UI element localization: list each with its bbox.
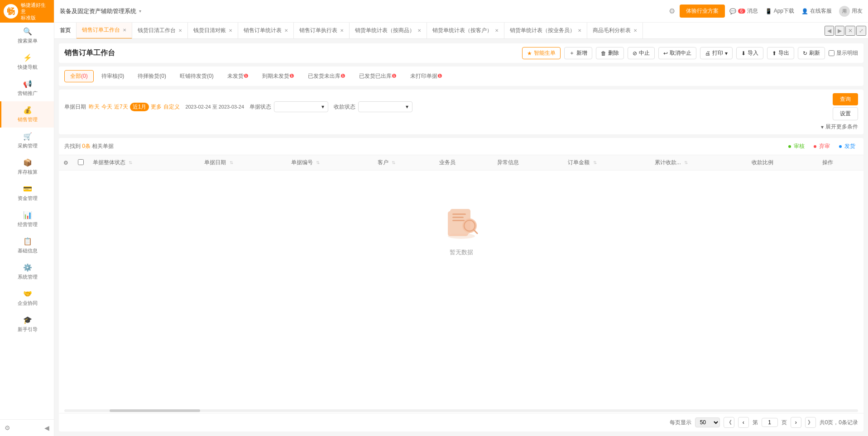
filter-tab-all[interactable]: 全部(0) xyxy=(64,70,94,82)
export-button[interactable]: ⬆ 导出 xyxy=(767,47,794,59)
set-button[interactable]: 设置 xyxy=(833,107,858,120)
sidebar-item-guide[interactable]: 🎓 新手引导 xyxy=(0,311,54,337)
sidebar-item-purchase[interactable]: 🛒 采购管理 xyxy=(0,128,54,154)
horizontal-scrollbar[interactable] xyxy=(64,409,858,413)
col-number[interactable]: 单据编号 ⇅ xyxy=(287,155,373,171)
industry-btn[interactable]: 体验行业方案 xyxy=(680,5,725,18)
select-all-checkbox[interactable] xyxy=(78,159,84,165)
col-checkbox[interactable] xyxy=(73,155,88,171)
system-dropdown-arrow[interactable]: ▾ xyxy=(139,9,141,14)
tab-reconciliation-close[interactable]: ✕ xyxy=(229,28,232,33)
query-button[interactable]: 查询 xyxy=(833,93,858,105)
show-detail-input[interactable] xyxy=(829,50,834,56)
refresh-button[interactable]: ↻ 刷新 xyxy=(798,47,825,59)
stop-button[interactable]: ⊘ 中止 xyxy=(628,47,655,59)
tab-scroll-left[interactable]: ◀ xyxy=(825,26,834,36)
message-group[interactable]: 💬 6 消息 xyxy=(729,7,758,15)
col-abnormal[interactable]: 异常信息 xyxy=(493,155,563,171)
col-status[interactable]: 单据整体状态 ⇅ xyxy=(88,155,200,171)
scroll-thumb[interactable] xyxy=(110,409,200,412)
filter-tab-pending-review[interactable]: 待审核(0) xyxy=(96,70,130,82)
tab-sales-salesman[interactable]: 销货单统计表（按业务员） ✕ xyxy=(504,23,587,39)
col-amount-sort[interactable]: ⇅ xyxy=(593,160,597,165)
tab-sales-product-close[interactable]: ✕ xyxy=(417,28,421,33)
sidebar-item-finance[interactable]: 💳 资金管理 xyxy=(0,180,54,206)
date-custom[interactable]: 自定义 xyxy=(163,103,180,111)
date-more[interactable]: 更多 xyxy=(151,103,162,111)
filter-tab-wangpu[interactable]: 旺铺待发货(0) xyxy=(174,70,220,82)
print-button[interactable]: 🖨 打印 ▾ xyxy=(700,47,733,59)
sidebar-item-quicknav[interactable]: ⚡ 快捷导航 xyxy=(0,49,54,75)
col-amount[interactable]: 订单金额 ⇅ xyxy=(563,155,650,171)
tab-gross-profit[interactable]: 商品毛利分析表 ✕ xyxy=(587,23,643,39)
payment-select[interactable]: ▾ xyxy=(358,101,412,112)
sidebar-item-marketing[interactable]: 📢 营销推广 xyxy=(0,75,54,101)
filter-tab-shipped-not-out[interactable]: 已发货未出库❶ xyxy=(302,70,351,82)
filter-tab-not-shipped[interactable]: 未发货❶ xyxy=(221,70,254,82)
add-button[interactable]: ＋ 新增 xyxy=(564,47,592,59)
table-scroll[interactable]: ⚙ 单据整体状态 ⇅ 单据日期 ⇅ 单据编号 xyxy=(59,155,863,409)
date-1month[interactable]: 近1月 xyxy=(130,103,149,111)
tab-cash-daily[interactable]: 钱货日清工作台 ✕ xyxy=(132,23,188,39)
import-button[interactable]: ⬇ 导入 xyxy=(736,47,763,59)
tab-sales-customer-close[interactable]: ✕ xyxy=(495,28,499,33)
show-detail-checkbox[interactable]: 显示明细 xyxy=(829,49,858,57)
tab-gross-profit-close[interactable]: ✕ xyxy=(633,28,637,33)
filter-tab-pending-inspection[interactable]: 待择验货(0) xyxy=(132,70,172,82)
col-date[interactable]: 单据日期 ⇅ xyxy=(200,155,286,171)
tab-sales-exec-close[interactable]: ✕ xyxy=(340,28,344,33)
delete-button[interactable]: 🗑 删除 xyxy=(596,47,624,59)
tab-reconciliation[interactable]: 钱货日清对账 ✕ xyxy=(188,23,238,39)
col-salesman[interactable]: 业务员 xyxy=(435,155,493,171)
online-service-group[interactable]: 👤 在线客服 xyxy=(801,7,832,15)
approve-button[interactable]: 审核 xyxy=(786,142,807,151)
col-cumulative-sort[interactable]: ⇅ xyxy=(684,160,688,165)
page-size-select[interactable]: 50 100 200 xyxy=(695,417,720,427)
filter-tab-not-printed[interactable]: 未打印单据❶ xyxy=(404,70,448,82)
expand-conditions-button[interactable]: ▾ 展开更多条件 xyxy=(821,123,858,131)
sidebar-item-inventory[interactable]: 📦 库存核算 xyxy=(0,154,54,180)
tab-sales-salesman-close[interactable]: ✕ xyxy=(578,28,581,33)
tab-maximize[interactable]: ⤢ xyxy=(856,26,866,36)
sidebar-item-search[interactable]: 🔍 搜索菜单 xyxy=(0,23,54,49)
settings-footer-icon[interactable]: ⚙ xyxy=(5,424,10,431)
tab-sales-workbench[interactable]: 销售订单工作台 ✕ xyxy=(77,23,132,39)
col-customer[interactable]: 客户 ⇅ xyxy=(373,155,435,171)
col-status-sort[interactable]: ⇅ xyxy=(129,160,132,165)
sidebar-item-system[interactable]: ⚙️ 系统管理 xyxy=(0,259,54,285)
sidebar-item-collaboration[interactable]: 🤝 企业协同 xyxy=(0,285,54,311)
app-download-group[interactable]: 📱 App下载 xyxy=(765,7,794,15)
tab-sales-workbench-close[interactable]: ✕ xyxy=(123,28,126,33)
tab-sales-exec[interactable]: 销售订单执行表 ✕ xyxy=(294,23,350,39)
col-cumulative[interactable]: 累计收款... ⇅ xyxy=(650,155,747,171)
collapse-icon[interactable]: ◀ xyxy=(44,424,49,431)
status-select[interactable]: ▾ xyxy=(274,101,328,112)
tab-scroll-right[interactable]: ▶ xyxy=(835,26,844,36)
col-date-sort[interactable]: ⇅ xyxy=(230,160,233,165)
tab-sales-customer[interactable]: 销货单统计表（按客户） ✕ xyxy=(427,23,504,39)
sidebar-item-operations[interactable]: 📊 经营管理 xyxy=(0,206,54,232)
page-input[interactable] xyxy=(762,418,778,427)
page-last-button[interactable]: 》 xyxy=(805,417,816,428)
filter-tab-overdue-not-shipped[interactable]: 到期未发货❶ xyxy=(256,70,300,82)
col-settings[interactable]: ⚙ xyxy=(59,155,73,171)
date-today[interactable]: 今天 xyxy=(101,103,112,111)
cancel-stop-button[interactable]: ↩ 取消中止 xyxy=(658,47,696,59)
sidebar-item-basic[interactable]: 📋 基础信息 xyxy=(0,232,54,259)
date-7days[interactable]: 近7天 xyxy=(114,103,128,111)
tab-sales-stats[interactable]: 销售订单统计表 ✕ xyxy=(238,23,294,39)
page-next-button[interactable]: › xyxy=(791,417,801,428)
col-number-sort[interactable]: ⇅ xyxy=(316,160,320,165)
page-prev-button[interactable]: ‹ xyxy=(738,417,749,428)
sidebar-item-sales[interactable]: 💰 销售管理 xyxy=(0,101,54,128)
header-settings-icon[interactable]: ⚙ xyxy=(669,7,675,15)
tab-sales-stats-close[interactable]: ✕ xyxy=(284,28,288,33)
date-yesterday[interactable]: 昨天 xyxy=(89,103,100,111)
page-first-button[interactable]: 《 xyxy=(724,417,734,428)
tab-sales-product[interactable]: 销货单统计表（按商品） ✕ xyxy=(350,23,427,39)
smart-generate-button[interactable]: 智能生单 xyxy=(522,47,561,59)
tab-close-current[interactable]: ✕ xyxy=(845,26,855,36)
tab-home[interactable]: 首页 xyxy=(54,23,77,39)
revoke-button[interactable]: 弃审 xyxy=(811,142,833,151)
user-group[interactable]: 用 用友 xyxy=(839,6,863,17)
